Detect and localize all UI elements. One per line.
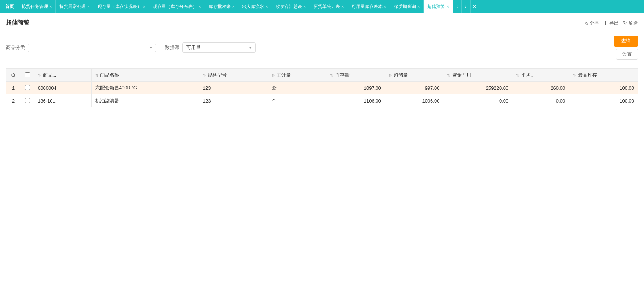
col-header-spec[interactable]: ⇅ 规格型号	[199, 69, 268, 82]
category-select[interactable]: ▾	[28, 44, 156, 52]
refresh-button[interactable]: ↻ 刷新	[623, 20, 638, 26]
nav-collect-label: 收发存汇总表	[276, 4, 302, 10]
col-header-product-code[interactable]: ⇅ 商品...	[34, 69, 92, 82]
col-header-check[interactable]	[21, 69, 34, 82]
nav-home-label: 首页	[5, 4, 14, 10]
select-all-checkbox[interactable]	[25, 72, 30, 77]
category-label: 商品分类	[6, 44, 25, 51]
nav-tab-collect[interactable]: 收发存汇总表 ×	[272, 0, 310, 13]
col-header-overstock[interactable]: ⇅ 超储量	[385, 69, 443, 82]
nav-close-arrow[interactable]: ✕	[471, 0, 479, 13]
row-product-code: 186-10...	[34, 94, 92, 107]
row-product-name: 机油滤清器	[91, 94, 199, 107]
nav-tab-stock-status[interactable]: 现存量（库存状况表） ×	[94, 0, 149, 13]
nav-stock-status-label: 现存量（库存状况表）	[98, 4, 142, 10]
datasource-chevron-icon: ▾	[249, 45, 252, 50]
nav-task-close[interactable]: ×	[50, 4, 52, 9]
page-title: 超储预警	[6, 19, 29, 27]
nav-available-close[interactable]: ×	[384, 4, 386, 9]
datasource-filter: 数据源 可用量 ▾	[165, 42, 256, 53]
nav-stock-dist-close[interactable]: ×	[198, 4, 201, 9]
col-header-product-name[interactable]: ⇅ 商品名称	[91, 69, 199, 82]
nav-tab-batch[interactable]: 库存批次账 ×	[205, 0, 238, 13]
col-header-max-stock[interactable]: ⇅ 最高库存	[569, 69, 638, 82]
col-spec-label: 规格型号	[208, 72, 227, 78]
row-product-name: 六配套新昌490BPG	[91, 82, 199, 94]
nav-task-label: 拣货任务管理	[22, 4, 48, 10]
page-content: 超储预警 ⎋ 分享 ⬆ 导出 ↻ 刷新 商品分类 ▾ 数据源	[0, 13, 644, 293]
sort-icon-capital: ⇅	[447, 73, 450, 77]
nav-order-stat-label: 要货单统计表	[314, 4, 340, 10]
nav-tab-home[interactable]: 首页	[1, 0, 18, 13]
nav-tab-inout[interactable]: 出入库流水 ×	[238, 0, 272, 13]
row-spec: 123	[199, 82, 268, 94]
nav-tab-overstock[interactable]: 超储预警 ×	[424, 0, 453, 13]
col-header-settings[interactable]: ⚙	[6, 69, 21, 82]
table-body: 1 0000004 六配套新昌490BPG 123 套 1097.00 997.…	[6, 82, 638, 107]
sort-icon-unit: ⇅	[272, 73, 275, 77]
row-checkbox[interactable]	[25, 85, 30, 90]
col-overstock-label: 超储量	[394, 72, 408, 78]
nav-order-stat-close[interactable]: ×	[341, 4, 344, 9]
nav-stock-dist-label: 现存量（库存分布表）	[153, 4, 197, 10]
col-header-capital[interactable]: ⇅ 资金占用	[443, 69, 512, 82]
datasource-value: 可用量	[186, 44, 201, 51]
row-num: 1	[6, 82, 21, 94]
nav-prev-arrow[interactable]: ‹	[453, 0, 462, 13]
nav-tab-task[interactable]: 拣货任务管理 ×	[18, 0, 56, 13]
filter-actions: 查询 设置	[614, 36, 638, 60]
refresh-label: 刷新	[629, 20, 638, 26]
col-capital-label: 资金占用	[452, 72, 471, 78]
row-avg: 260.00	[512, 82, 569, 94]
nav-overstock-close[interactable]: ×	[446, 4, 449, 9]
nav-tab-quality[interactable]: 保质期查询 ×	[390, 0, 424, 13]
settings-button[interactable]: 设置	[616, 49, 638, 60]
nav-quality-label: 保质期查询	[394, 4, 416, 10]
nav-batch-close[interactable]: ×	[232, 4, 234, 9]
nav-collect-close[interactable]: ×	[304, 4, 306, 9]
row-stock: 1106.00	[326, 94, 385, 107]
nav-next-arrow[interactable]: ›	[462, 0, 471, 13]
nav-overstock-label: 超储预警	[427, 4, 445, 10]
nav-tab-order-stat[interactable]: 要货单统计表 ×	[310, 0, 348, 13]
col-header-avg[interactable]: ⇅ 平均...	[512, 69, 569, 82]
data-table: ⚙ ⇅ 商品... ⇅ 商品名称 ⇅ 规格型号 ⇅	[6, 68, 638, 107]
category-filter: 商品分类 ▾	[6, 44, 156, 52]
row-max-stock: 100.00	[569, 94, 638, 107]
refresh-icon: ↻	[623, 20, 627, 26]
nav-quality-close[interactable]: ×	[417, 4, 420, 9]
sort-icon-stock: ⇅	[330, 73, 333, 77]
nav-stock-status-close[interactable]: ×	[143, 4, 145, 9]
col-header-stock[interactable]: ⇅ 库存量	[326, 69, 385, 82]
row-spec: 123	[199, 94, 268, 107]
export-button[interactable]: ⬆ 导出	[604, 20, 619, 26]
nav-exception-close[interactable]: ×	[87, 4, 89, 9]
row-num: 2	[6, 94, 21, 107]
top-nav: 首页 拣货任务管理 × 拣货异常处理 × 现存量（库存状况表） × 现存量（库存…	[0, 0, 644, 13]
row-overstock: 997.00	[385, 82, 443, 94]
settings-icon[interactable]: ⚙	[11, 72, 16, 78]
col-stock-label: 库存量	[335, 72, 350, 78]
nav-inout-close[interactable]: ×	[266, 4, 268, 9]
nav-exception-label: 拣货异常处理	[59, 4, 86, 10]
category-chevron-icon: ▾	[150, 45, 152, 50]
row-checkbox[interactable]	[25, 98, 30, 103]
sort-icon-max: ⇅	[573, 73, 576, 77]
share-button[interactable]: ⎋ 分享	[585, 20, 599, 26]
table-row: 2 186-10... 机油滤清器 123 个 1106.00 1006.00 …	[6, 94, 638, 107]
query-button[interactable]: 查询	[614, 36, 638, 47]
row-checkbox-cell	[21, 82, 34, 94]
datasource-select[interactable]: 可用量 ▾	[182, 42, 256, 53]
row-capital: 0.00	[443, 94, 512, 107]
sort-icon-name: ⇅	[95, 73, 98, 77]
nav-tab-exception[interactable]: 拣货异常处理 ×	[56, 0, 94, 13]
datasource-label: 数据源	[165, 44, 179, 51]
col-unit-label: 主计量	[277, 72, 291, 78]
nav-tab-stock-dist[interactable]: 现存量（库存分布表） ×	[149, 0, 205, 13]
col-max-stock-label: 最高库存	[578, 72, 597, 78]
col-header-unit[interactable]: ⇅ 主计量	[268, 69, 326, 82]
row-avg: 0.00	[512, 94, 569, 107]
row-checkbox-cell	[21, 94, 34, 107]
nav-tab-available[interactable]: 可用量库存账本 ×	[348, 0, 390, 13]
col-product-name-label: 商品名称	[100, 72, 119, 78]
